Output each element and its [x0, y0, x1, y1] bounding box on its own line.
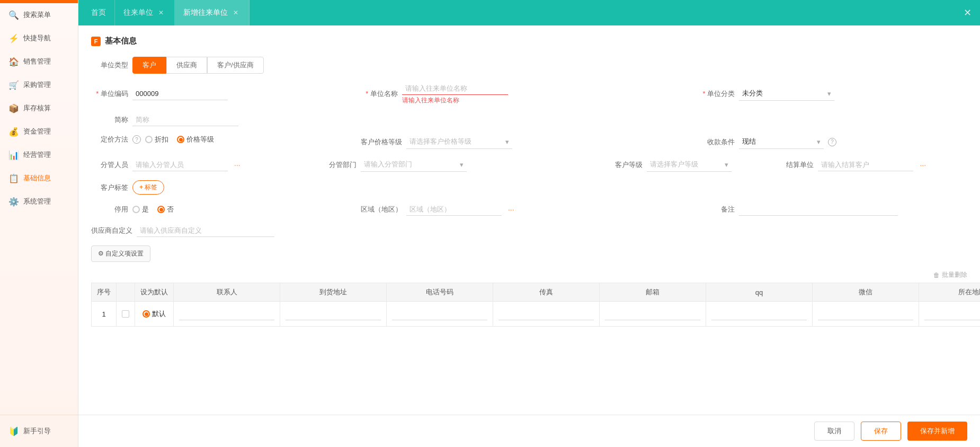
col-email: 邮箱	[600, 283, 706, 302]
sidebar-item-search[interactable]: 🔍 搜索菜单	[0, 3, 78, 27]
sidebar-item-inventory[interactable]: 📦 库存核算	[0, 97, 78, 120]
department-label: 分管部门	[319, 160, 357, 170]
disabled-yes-radio[interactable]	[132, 206, 140, 213]
unit-name-group: 单位名称 请输入往来单位名称	[361, 82, 698, 105]
row-email[interactable]	[600, 302, 706, 327]
region-more-btn[interactable]: ···	[506, 205, 516, 214]
sidebar-item-label: 新手引导	[23, 426, 51, 436]
region-label: 区域（地区）	[361, 205, 402, 214]
disabled-yes-option[interactable]: 是	[132, 205, 149, 214]
sidebar-item-system[interactable]: ⚙️ 系统管理	[0, 190, 78, 213]
pricing-level-option[interactable]: 价格等级	[177, 135, 214, 144]
wechat-input[interactable]	[818, 308, 913, 320]
supplier-custom-input[interactable]	[137, 224, 274, 237]
tab-new-partner[interactable]: 新增往来单位 ✕	[175, 0, 250, 25]
custom-settings-button[interactable]: ⚙ 自定义项设置	[91, 246, 150, 262]
unit-name-input[interactable]	[402, 82, 508, 95]
sidebar-item-sales[interactable]: 🏠 销售管理	[0, 50, 78, 73]
payment-terms-group: 收款条件 现结 ▾ ?	[698, 135, 967, 149]
pricing-row: 定价方法 ? 折扣 价格等级 客户价格等级 请选择客户价格等级	[91, 135, 967, 149]
row-contact[interactable]	[174, 302, 280, 327]
pricing-discount-option[interactable]: 折扣	[145, 135, 168, 144]
disabled-group: 停用 是 否	[91, 205, 361, 214]
notes-input[interactable]	[739, 203, 898, 216]
customer-level-group: 客户等级 请选择客户等级 ▾	[605, 157, 777, 172]
email-input[interactable]	[605, 308, 700, 320]
customer-price-level-select[interactable]: 请选择客户价格等级 ▾	[406, 135, 512, 149]
payment-terms-help-icon[interactable]: ?	[828, 138, 836, 146]
section-title-text: 基本信息	[105, 36, 137, 46]
system-icon: ⚙️	[8, 196, 19, 207]
phone-input[interactable]	[392, 308, 487, 320]
pricing-discount-label: 折扣	[155, 135, 168, 144]
disabled-yes-label: 是	[142, 205, 149, 214]
manager-row: 分管人员 ··· 分管部门 请输入分管部门 ▾ 客户等级 请选择客户等级 ▾	[91, 157, 967, 172]
sidebar-item-finance[interactable]: 💰 资金管理	[0, 120, 78, 143]
sidebar-item-guide[interactable]: 🔰 新手引导	[0, 419, 78, 443]
sidebar-item-basic-info[interactable]: 📋 基础信息	[0, 166, 78, 190]
tab-new-partner-close[interactable]: ✕	[231, 8, 240, 17]
save-new-button[interactable]: 保存并新增	[907, 422, 967, 441]
row-region-input[interactable]	[924, 308, 980, 320]
address-input[interactable]	[286, 308, 381, 320]
row-address[interactable]	[280, 302, 387, 327]
unit-btn-both[interactable]: 客户/供应商	[207, 57, 264, 74]
disabled-no-radio[interactable]	[157, 206, 165, 213]
row-fax[interactable]	[493, 302, 600, 327]
settlement-unit-more-btn[interactable]: ···	[917, 161, 928, 169]
fax-input[interactable]	[498, 308, 594, 320]
tab-partners[interactable]: 往来单位 ✕	[115, 0, 175, 25]
batch-delete-label: 批量删除	[942, 270, 967, 279]
row-wechat[interactable]	[813, 302, 919, 327]
row-region[interactable]	[919, 302, 981, 327]
customer-level-chevron: ▾	[725, 161, 728, 169]
row-phone[interactable]	[387, 302, 493, 327]
window-close-button[interactable]: ✕	[959, 7, 976, 19]
col-address: 到货地址	[280, 283, 387, 302]
notes-label: 备注	[698, 205, 735, 214]
customer-level-select[interactable]: 请选择客户等级 ▾	[647, 157, 732, 172]
batch-delete-area: 🗑 批量删除	[91, 270, 967, 279]
pricing-help-icon[interactable]: ?	[132, 135, 141, 144]
col-region: 所在地区	[919, 283, 981, 302]
operations-icon: 📊	[8, 150, 19, 160]
contact-input[interactable]	[179, 308, 274, 320]
purchase-icon: 🛒	[8, 80, 19, 90]
payment-terms-select[interactable]: 现结 ▾	[739, 135, 824, 149]
unit-code-input[interactable]	[132, 87, 228, 100]
row-qq[interactable]	[706, 302, 813, 327]
customer-level-placeholder: 请选择客户等级	[650, 160, 698, 169]
guide-icon: 🔰	[8, 426, 19, 436]
tab-partners-close[interactable]: ✕	[156, 8, 166, 17]
row-checkbox-cell[interactable]	[117, 302, 135, 327]
save-button[interactable]: 保存	[861, 422, 901, 441]
batch-delete-button[interactable]: 🗑 批量删除	[933, 270, 967, 279]
cancel-button[interactable]: 取消	[814, 422, 854, 441]
sidebar-item-purchase[interactable]: 🛒 采购管理	[0, 73, 78, 97]
tab-home[interactable]: 首页	[83, 0, 115, 25]
row-seq: 1	[92, 302, 117, 327]
col-wechat: 微信	[813, 283, 919, 302]
sidebar-item-quick-nav[interactable]: ⚡ 快捷导航	[0, 27, 78, 50]
unit-btn-supplier[interactable]: 供应商	[166, 57, 207, 74]
unit-btn-customer[interactable]: 客户	[132, 57, 166, 74]
sidebar-bottom: 🔰 新手引导	[0, 415, 78, 447]
settlement-unit-input[interactable]	[818, 159, 913, 171]
add-tag-button[interactable]: + 标签	[132, 180, 164, 195]
manager-input[interactable]	[132, 159, 228, 171]
qq-input[interactable]	[711, 308, 807, 320]
sidebar-item-operations[interactable]: 📊 经营管理	[0, 143, 78, 166]
row-default-radio[interactable]	[142, 310, 150, 318]
pricing-discount-radio[interactable]	[145, 136, 153, 143]
row-default-label: 默认	[152, 309, 166, 319]
region-input[interactable]	[406, 203, 502, 216]
unit-category-select[interactable]: 未分类 ▾	[739, 86, 834, 101]
manager-more-btn[interactable]: ···	[232, 161, 243, 169]
department-select[interactable]: 请输入分管部门 ▾	[361, 157, 467, 172]
row-checkbox[interactable]	[122, 310, 129, 318]
col-fax: 传真	[493, 283, 600, 302]
col-checkbox	[117, 283, 135, 302]
abbreviation-input[interactable]	[132, 113, 238, 126]
disabled-no-option[interactable]: 否	[157, 205, 174, 214]
pricing-level-radio[interactable]	[177, 136, 184, 143]
